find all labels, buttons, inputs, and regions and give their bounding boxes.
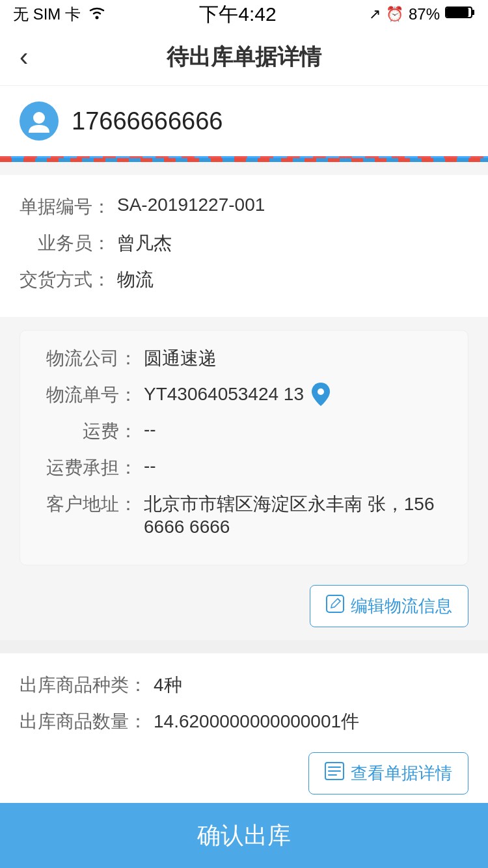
svg-point-0 bbox=[96, 16, 99, 20]
order-info-section: 单据编号： SA-20191227-001 业务员： 曾凡杰 交货方式： 物流 bbox=[0, 175, 488, 317]
view-detail-label: 查看单据详情 bbox=[351, 762, 452, 785]
nav-bar: ‹ 待出库单据详情 bbox=[0, 29, 488, 86]
list-doc-icon bbox=[325, 762, 344, 785]
confirm-button[interactable]: 确认出库 bbox=[197, 820, 291, 852]
time-label: 下午4:42 bbox=[199, 1, 276, 28]
battery-icon bbox=[445, 5, 475, 23]
edit-btn-wrap: 编辑物流信息 bbox=[0, 578, 488, 640]
goods-quantity-value: 14.6200000000000001件 bbox=[154, 709, 359, 734]
tracking-number: YT43064053424 13 bbox=[144, 384, 304, 405]
edit-icon bbox=[326, 595, 344, 617]
address-label: 客户地址： bbox=[40, 492, 137, 517]
map-pin-icon[interactable] bbox=[310, 383, 331, 406]
page-title: 待出库单据详情 bbox=[167, 42, 321, 72]
goods-section: 出库商品种类： 4种 出库商品数量： 14.6200000000000001件 … bbox=[0, 653, 488, 814]
confirm-bar: 确认出库 bbox=[0, 803, 488, 868]
freight-value: -- bbox=[144, 419, 448, 440]
tracking-row: 物流单号： YT43064053424 13 bbox=[40, 383, 448, 407]
freight-bear-row: 运费承担： -- bbox=[40, 455, 448, 480]
address-value: 北京市市辖区海淀区永丰南 张，156 6666 6666 bbox=[144, 492, 448, 537]
delivery-value: 物流 bbox=[117, 267, 468, 292]
svg-rect-6 bbox=[327, 595, 344, 612]
svg-point-4 bbox=[33, 112, 45, 124]
location-status-icon: ↗ bbox=[369, 6, 381, 23]
logistics-card: 物流公司： 圆通速递 物流单号： YT43064053424 13 运费： --… bbox=[20, 330, 468, 565]
view-detail-button[interactable]: 查看单据详情 bbox=[308, 752, 468, 794]
doc-no-value: SA-20191227-001 bbox=[117, 195, 468, 215]
delivery-row: 交货方式： 物流 bbox=[20, 267, 468, 292]
view-detail-btn-wrap: 查看单据详情 bbox=[20, 746, 468, 801]
section-separator bbox=[0, 640, 488, 653]
salesman-row: 业务员： 曾凡杰 bbox=[20, 231, 468, 256]
salesman-value: 曾凡杰 bbox=[117, 231, 468, 256]
logistics-company-value: 圆通速递 bbox=[144, 346, 448, 371]
status-right: ↗ ⏰ 87% bbox=[369, 5, 475, 23]
delivery-label: 交货方式： bbox=[20, 267, 111, 292]
doc-no-row: 单据编号： SA-20191227-001 bbox=[20, 195, 468, 219]
edit-logistics-button[interactable]: 编辑物流信息 bbox=[310, 585, 468, 627]
goods-types-row: 出库商品种类： 4种 bbox=[20, 673, 468, 698]
goods-quantity-row: 出库商品数量： 14.6200000000000001件 bbox=[20, 709, 468, 734]
battery-label: 87% bbox=[409, 5, 440, 23]
freight-label: 运费： bbox=[40, 419, 137, 444]
logistics-company-row: 物流公司： 圆通速递 bbox=[40, 346, 448, 371]
goods-quantity-label: 出库商品数量： bbox=[20, 709, 147, 734]
freight-row: 运费： -- bbox=[40, 419, 448, 444]
status-bar: 无 SIM 卡 下午4:42 ↗ ⏰ 87% bbox=[0, 0, 488, 29]
address-row: 客户地址： 北京市市辖区海淀区永丰南 张，156 6666 6666 bbox=[40, 492, 448, 537]
svg-rect-2 bbox=[472, 10, 474, 15]
doc-no-label: 单据编号： bbox=[20, 195, 111, 219]
customer-phone: 17666666666 bbox=[72, 107, 223, 135]
svg-point-5 bbox=[318, 388, 324, 395]
dashed-divider bbox=[0, 158, 488, 162]
svg-rect-3 bbox=[446, 8, 468, 17]
logistics-company-label: 物流公司： bbox=[40, 346, 137, 371]
goods-types-label: 出库商品种类： bbox=[20, 673, 147, 698]
avatar bbox=[20, 102, 59, 141]
carrier-label: 无 SIM 卡 bbox=[13, 4, 81, 25]
tracking-label: 物流单号： bbox=[40, 383, 137, 407]
edit-logistics-label: 编辑物流信息 bbox=[351, 595, 452, 617]
freight-bear-label: 运费承担： bbox=[40, 455, 137, 480]
goods-types-value: 4种 bbox=[154, 673, 182, 698]
tracking-value-wrap: YT43064053424 13 bbox=[144, 383, 448, 406]
customer-header: 17666666666 bbox=[0, 86, 488, 158]
status-left: 无 SIM 卡 bbox=[13, 4, 107, 25]
freight-bear-value: -- bbox=[144, 455, 448, 476]
alarm-icon: ⏰ bbox=[386, 6, 403, 23]
wifi-icon bbox=[87, 5, 107, 23]
salesman-label: 业务员： bbox=[20, 231, 111, 256]
back-button[interactable]: ‹ bbox=[20, 42, 28, 72]
